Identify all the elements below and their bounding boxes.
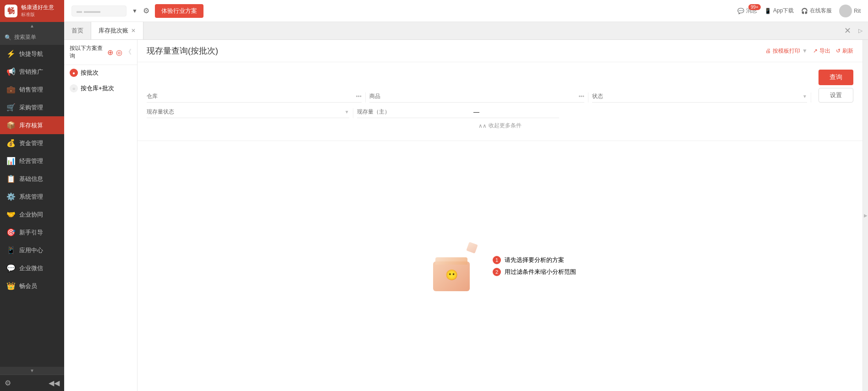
nav-icon-marketing: 📢 [6,67,16,76]
nav-label-newbie: 新手引导 [19,228,43,237]
empty-state-content: 😶 1 请先选择要分析的方案 2 用过滤条件来缩小分析范围 [424,241,576,291]
goods-more-icon[interactable]: ••• [578,93,584,100]
topbar-actions: 💬 消息 99+ 📱 App下载 🎧 在线客服 Rit [737,5,861,17]
sidebar-item-apps[interactable]: 📱 应用中心 [0,241,64,259]
panel-expand-icon[interactable]: ▷ [858,27,863,34]
collapse-sidebar-icon[interactable]: ◀◀ [49,379,60,387]
nav-label-inventory: 库存核算 [19,121,43,130]
step-2-text: 用过滤条件来缩小分析范围 [505,268,576,276]
template-print-button[interactable]: 🖨 按模板打印 ▼ [765,47,808,55]
sidebar-search[interactable]: 🔍 搜索菜单 [0,30,64,45]
tab-bar: 首页 库存批次账 ✕ ✕ ▷ [64,22,868,40]
scheme-item-by-warehouse-batch[interactable]: ○ 按仓库+批次 [64,81,137,96]
sidebar-item-sales[interactable]: 💼 销售管理 [0,81,64,98]
tab-home[interactable]: 首页 [64,22,91,39]
sidebar-item-operations[interactable]: 📊 经营管理 [0,152,64,170]
scheme-panel-header: 按以下方案查询 ⊕ ◎ 《 [64,40,137,65]
scheme-item-by-batch[interactable]: ● 按批次 [64,65,137,81]
nav-icon-purchase: 🛒 [6,103,16,112]
nav-label-sales: 销售管理 [19,86,43,94]
message-icon: 💬 [737,8,744,14]
nav-icon-quick-nav: ⚡ [6,49,16,58]
stock-quantity-label: 现存量（主） [357,108,390,116]
sidebar-nav: ⚡ 快捷导航 📢 营销推广 💼 销售管理 🛒 采购管理 📦 库存核算 💰 资金管… [0,45,64,367]
tab-batch-account[interactable]: 库存批次账 ✕ [91,22,143,39]
sidebar: 畅 畅康通好生意 标准版 ▲ 🔍 搜索菜单 ⚡ 快捷导航 📢 营销推广 💼 销售… [0,0,64,391]
nav-icon-sales: 💼 [6,85,16,94]
app-subtitle: 标准版 [21,11,54,18]
search-icon: 🔍 [5,34,11,41]
warehouse-more-icon[interactable]: ••• [356,93,362,100]
empty-illustration: 😶 [424,241,479,291]
sidebar-scroll-down[interactable]: ▼ [0,367,64,375]
page-header: 现存量查询(按批次) 🖨 按模板打印 ▼ ↗ 导出 ↺ 刷新 [137,40,863,62]
right-sidebar-toggle[interactable]: ▶ [863,40,868,391]
nav-label-quick-nav: 快捷导航 [19,50,43,58]
sidebar-item-quick-nav[interactable]: ⚡ 快捷导航 [0,45,64,63]
status-dropdown-icon[interactable]: ▼ [802,94,807,99]
query-panel: 现存量查询(按批次) 🖨 按模板打印 ▼ ↗ 导出 ↺ 刷新 [137,40,863,391]
empty-state: 😶 1 请先选择要分析的方案 2 用过滤条件来缩小分析范围 [137,141,863,391]
right-toggle-icon: ▶ [864,213,868,218]
filter-area: 仓库 ••• 商品 ••• 状态 ▼ [137,62,863,141]
nav-label-members: 畅会员 [19,282,37,290]
topbar-dropdown[interactable]: ▼ [132,8,137,14]
online-service-action[interactable]: 🎧 在线客服 [801,7,832,15]
collapse-button[interactable]: ∧∧ 收起更多条件 [147,118,853,133]
sidebar-item-finance[interactable]: 💰 资金管理 [0,134,64,152]
sidebar-item-marketing[interactable]: 📢 营销推广 [0,63,64,81]
empty-step-1: 1 请先选择要分析的方案 [493,256,576,264]
app-download-action[interactable]: 📱 App下载 [764,7,794,15]
export-icon: ↗ [813,48,818,54]
query-button[interactable]: 查询 [819,70,853,85]
scheme-icon-inactive: ○ [70,84,78,92]
step-2-number: 2 [493,268,501,276]
nav-label-purchase: 采购管理 [19,103,43,112]
refresh-button[interactable]: ↺ 刷新 [836,47,853,55]
empty-step-2: 2 用过滤条件来缩小分析范围 [493,268,576,276]
scheme-label-by-batch: 按批次 [81,69,99,77]
sidebar-item-enterprise[interactable]: 🤝 企业协同 [0,206,64,223]
scheme-icon-active: ● [70,69,78,77]
trial-button[interactable]: 体验行业方案 [155,4,203,18]
sidebar-item-members[interactable]: 👑 畅会员 [0,277,64,295]
sidebar-item-purchase[interactable]: 🛒 采购管理 [0,98,64,116]
sidebar-item-system[interactable]: ⚙️ 系统管理 [0,188,64,206]
export-button[interactable]: ↗ 导出 [813,47,830,55]
nav-icon-inventory: 📦 [6,121,16,130]
content-area: 按以下方案查询 ⊕ ◎ 《 ● 按批次 ○ 按仓库+批次 现存量查询(按批次) [64,40,868,391]
user-avatar [839,5,852,17]
user-profile[interactable]: Rit [839,5,861,17]
topbar: ▬ ▬▬▬ ▼ ⚙ 体验行业方案 💬 消息 99+ 📱 App下载 🎧 在线客服… [64,0,868,22]
print-icon: 🖨 [765,48,771,54]
settings-icon[interactable]: ⚙ [5,379,11,387]
topbar-search-box: ▬ ▬▬▬ [71,5,126,16]
print-dropdown-icon[interactable]: ▼ [802,48,808,54]
user-name: Rit [854,8,861,14]
panel-close-button[interactable]: ✕ [841,26,855,36]
tab-close-icon[interactable]: ✕ [131,27,136,34]
headset-icon: 🎧 [801,8,808,14]
nav-icon-enterprise: 🤝 [6,210,16,219]
messages-badge: 99+ [748,4,761,10]
step-1-text: 请先选择要分析的方案 [505,256,564,264]
sidebar-item-inventory[interactable]: 📦 库存核算 [0,116,64,134]
sidebar-item-newbie[interactable]: 🎯 新手引导 [0,223,64,241]
scheme-label-by-warehouse-batch: 按仓库+批次 [81,84,114,92]
messages-action[interactable]: 💬 消息 99+ [737,7,757,15]
scheme-panel-title: 按以下方案查询 [70,44,107,60]
topbar-search-icon: ▬ [77,8,82,14]
settings-button[interactable]: 设置 [819,88,853,103]
sidebar-item-wechat[interactable]: 💬 企业微信 [0,259,64,277]
nav-icon-newbie: 🎯 [6,228,16,237]
sidebar-item-basic[interactable]: 📋 基础信息 [0,170,64,188]
sidebar-scroll-up[interactable]: ▲ [0,22,64,30]
phone-icon: 📱 [764,8,771,14]
quantity-dash: — [473,109,479,115]
scheme-settings-icon[interactable]: ◎ [116,48,122,57]
add-scheme-icon[interactable]: ⊕ [107,48,113,57]
refresh-icon: ↺ [836,48,841,54]
scheme-collapse-icon[interactable]: 《 [125,48,132,56]
stock-status-dropdown-icon[interactable]: ▼ [345,109,349,114]
topbar-gear-icon[interactable]: ⚙ [143,6,149,15]
